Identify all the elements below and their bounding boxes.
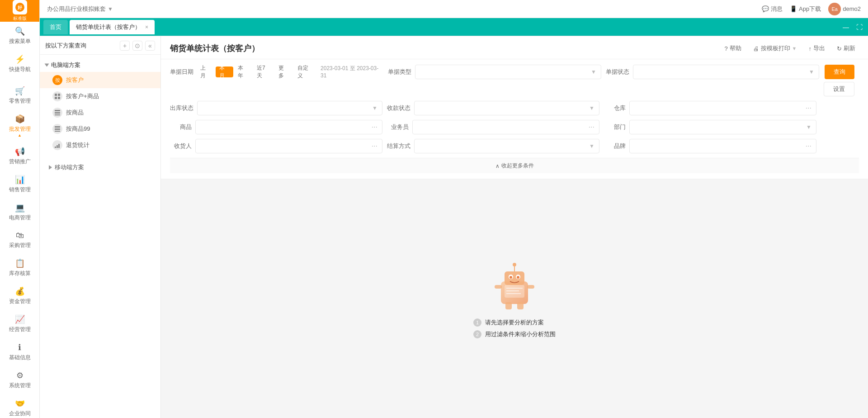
type-chevron: ▼ — [591, 69, 596, 75]
sidebar-item-wholesale[interactable]: 📦 批发管理 ▲ — [0, 109, 40, 142]
status-filter-control[interactable]: ▼ — [633, 65, 819, 79]
tab-minimize-btn[interactable]: — — [841, 22, 851, 33]
help-btn[interactable]: ? 帮助 — [721, 43, 745, 54]
sidebar-item-basicinfo[interactable]: ℹ 基础信息 — [0, 338, 40, 366]
page-actions: ? 帮助 🖨 按模板打印 ▼ ↑ 导出 ↻ 刷新 — [721, 43, 859, 54]
svg-text:好: 好 — [17, 5, 23, 10]
refresh-label: 刷新 — [844, 44, 855, 52]
salesman-group: 业务员 ··· — [387, 120, 599, 134]
goods-control[interactable]: ··· — [195, 120, 382, 134]
dept-control[interactable]: ▼ — [629, 120, 816, 134]
sidebar-item-ecommerce-label: 电商管理 — [9, 214, 31, 222]
collapse-panel-btn[interactable]: « — [145, 41, 155, 51]
print-btn[interactable]: 🖨 按模板打印 ▼ — [750, 43, 801, 54]
refresh-btn[interactable]: ↻ 刷新 — [833, 43, 859, 54]
sidebar-item-operation[interactable]: 📈 经营管理 — [0, 310, 40, 338]
return-stat-icon — [52, 140, 62, 150]
plan-group-mobile-title[interactable]: 移动端方案 — [40, 161, 160, 174]
sidebar-item-marketing[interactable]: 📢 营销推广 — [0, 142, 40, 170]
left-panel-actions: + ⊙ « — [120, 41, 155, 51]
receiver-control[interactable]: ··· — [195, 139, 382, 153]
tab-maximize-btn[interactable]: ⛶ — [854, 22, 864, 33]
topbar-right: 💬 消息 📱 App下载 Ea demo2 — [762, 3, 861, 15]
salesman-control[interactable]: ··· — [412, 120, 599, 134]
date-tab-custom[interactable]: 自定义 — [294, 66, 317, 77]
left-panel-title: 按以下方案查询 — [45, 42, 86, 50]
sidebar-item-collab[interactable]: 🤝 企业协同 — [0, 394, 40, 418]
user-area[interactable]: Ea demo2 — [828, 3, 861, 15]
plan-group-mobile: 移动端方案 — [40, 157, 160, 178]
sidebar-item-sales-label: 销售管理 — [9, 186, 31, 194]
plan-group-pc-title[interactable]: 电脑端方案 — [40, 58, 160, 72]
type-filter-control[interactable]: ▼ — [415, 65, 601, 79]
sidebar-item-quicknav-label: 快捷导航 — [9, 66, 31, 73]
sidebar-item-operation-label: 经营管理 — [9, 326, 31, 333]
svg-point-20 — [517, 276, 519, 279]
user-label: demo2 — [843, 5, 861, 12]
message-btn[interactable]: 💬 消息 — [762, 5, 783, 13]
svg-rect-4 — [55, 97, 57, 99]
sidebar-item-finance[interactable]: 💰 资金管理 — [0, 282, 40, 310]
plan-item-by-goods[interactable]: 按商品 — [40, 104, 160, 121]
logo-icon: 好 — [13, 0, 27, 14]
type-filter-group: 单据类型 ▼ — [388, 65, 601, 79]
tab-sales-stat[interactable]: 销货单统计表（按客户） × — [70, 20, 155, 34]
settle-control[interactable]: ▼ — [414, 139, 599, 153]
sidebar-item-inventory[interactable]: 📋 库存核算 — [0, 254, 40, 282]
export-btn[interactable]: ↑ 导出 — [805, 43, 829, 54]
plan-item-by-goods99[interactable]: 按商品99 — [40, 121, 160, 137]
sidebar-item-wholesale-label: 批发管理 — [9, 125, 31, 133]
system-icon: ⚙ — [16, 370, 24, 380]
tab-close-icon[interactable]: × — [145, 24, 148, 30]
sidebar-item-collab-label: 企业协同 — [9, 410, 31, 418]
sidebar-item-search[interactable]: 🔍 搜索菜单 — [0, 22, 40, 50]
receiver-group: 收货人 ··· — [170, 139, 382, 153]
settings-button[interactable]: 设置 — [824, 82, 854, 96]
svg-rect-25 — [505, 302, 512, 309]
sidebar-item-ecommerce[interactable]: 💻 电商管理 — [0, 198, 40, 226]
sidebar-item-quicknav[interactable]: ⚡ 快捷导航 — [0, 50, 40, 78]
warehouse-control[interactable]: ··· — [629, 101, 816, 115]
date-tab-this-year[interactable]: 本年 — [234, 66, 252, 77]
date-tabs: 上月 本月 本年 近7天 更多 自定义 2023-03-01 至 2023-03… — [197, 65, 383, 79]
app-download-btn[interactable]: 📱 App下载 — [790, 5, 821, 13]
left-panel: 按以下方案查询 + ⊙ « 电脑端方案 按 按客户 — [40, 36, 161, 418]
plan-item-customer-goods[interactable]: 按客户+商品 — [40, 88, 160, 104]
date-tab-last-month[interactable]: 上月 — [197, 66, 215, 77]
svg-rect-5 — [58, 97, 60, 99]
account-selector[interactable]: 办公用品行业模拟账套 ▼ — [47, 5, 113, 13]
step-2-text: 用过滤条件来缩小分析范围 — [485, 330, 556, 338]
tab-home[interactable]: 首页 — [43, 20, 68, 34]
plan-item-by-customer[interactable]: 按 按客户 — [40, 72, 160, 88]
sidebar-item-purchase[interactable]: 🛍 采购管理 — [0, 226, 40, 254]
query-button[interactable]: 查询 — [825, 65, 854, 79]
svg-rect-9 — [55, 126, 60, 128]
basicinfo-icon: ℹ — [18, 342, 21, 352]
out-status-control[interactable]: ▼ — [197, 101, 382, 115]
edit-plan-btn[interactable]: ⊙ — [132, 41, 142, 51]
sidebar-item-retail[interactable]: 🛒 零售管理 — [0, 81, 40, 109]
date-tab-7days[interactable]: 近7天 — [253, 66, 274, 77]
retail-icon: 🛒 — [15, 86, 25, 96]
app-logo[interactable]: 好 标准版 — [0, 0, 40, 22]
empty-step-2: 2 用过滤条件来缩小分析范围 — [473, 330, 556, 338]
sidebar-item-sales[interactable]: 📊 销售管理 — [0, 170, 40, 198]
filter-row-4: 收货人 ··· 结算方式 ▼ 品牌 — [170, 139, 859, 153]
plan-group-pc: 电脑端方案 按 按客户 按客户+商品 — [40, 55, 160, 157]
tab-expand-area: — ⛶ — [841, 22, 864, 33]
svg-rect-2 — [55, 94, 57, 96]
date-tab-this-month[interactable]: 本月 — [216, 66, 234, 77]
goods-group: 商品 ··· — [170, 120, 382, 134]
add-plan-btn[interactable]: + — [120, 41, 130, 51]
mobile-group-label: 移动端方案 — [55, 163, 84, 171]
wholesale-icon: 📦 — [15, 114, 25, 124]
recv-status-control[interactable]: ▼ — [414, 101, 599, 115]
date-tab-more[interactable]: 更多 — [275, 66, 293, 77]
out-chevron: ▼ — [372, 105, 377, 111]
print-icon: 🖨 — [753, 45, 759, 52]
status-chevron: ▼ — [809, 69, 814, 75]
collapse-btn[interactable]: ∧ 收起更多条件 — [170, 158, 859, 173]
sidebar-item-system[interactable]: ⚙ 系统管理 — [0, 366, 40, 394]
brand-control[interactable]: ··· — [629, 139, 816, 153]
plan-item-return-stat[interactable]: 退货统计 — [40, 137, 160, 153]
